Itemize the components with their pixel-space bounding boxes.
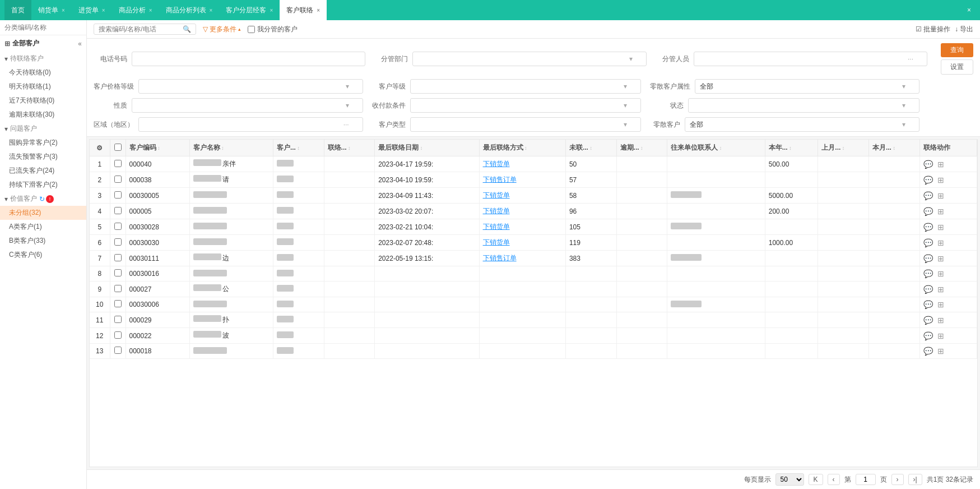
select-all-col[interactable] <box>110 140 126 156</box>
row-checkbox[interactable] <box>114 254 122 261</box>
group-problem-customers[interactable]: ▾ 问题客户 <box>0 122 86 136</box>
row-checkbox[interactable] <box>114 207 122 214</box>
close-customer-segment-icon[interactable]: × <box>270 7 273 13</box>
col-this-month[interactable]: 本月... <box>868 140 919 156</box>
nature-select[interactable] <box>132 98 363 113</box>
comment-icon[interactable]: 💬 <box>923 238 933 247</box>
sidebar-item-tomorrow[interactable]: 明天待联络(1) <box>0 80 86 94</box>
comment-icon[interactable]: 💬 <box>923 300 933 309</box>
manager-select[interactable]: ··· <box>694 52 927 66</box>
col-code[interactable]: 客户编码 <box>126 140 189 156</box>
sidebar-item-class-c[interactable]: C类客户(6) <box>0 248 86 262</box>
row-checkbox[interactable] <box>114 331 122 339</box>
row-checkbox[interactable] <box>114 300 122 307</box>
query-button[interactable]: 查询 <box>941 43 973 57</box>
row-checkbox[interactable] <box>114 176 122 183</box>
grid-action-icon[interactable]: ⊞ <box>937 300 944 309</box>
comment-icon[interactable]: 💬 <box>923 223 933 232</box>
sidebar-item-abnormal[interactable]: 囤购异常客户(2) <box>0 136 86 150</box>
row-checkbox-cell[interactable] <box>110 251 126 266</box>
next-page-btn[interactable]: › <box>891 474 904 485</box>
grid-action-icon[interactable]: ⊞ <box>937 191 944 200</box>
col-last-contact-method[interactable]: 最后联络方式 <box>479 140 565 156</box>
row-checkbox-cell[interactable] <box>110 328 126 344</box>
search-box[interactable]: 🔍 <box>94 24 196 35</box>
grid-action-icon[interactable]: ⊞ <box>937 160 944 169</box>
cust-type-select[interactable] <box>410 117 642 132</box>
cust-level-select[interactable] <box>410 79 642 94</box>
grid-action-icon[interactable]: ⊞ <box>937 331 944 340</box>
col-contact[interactable]: 联络... <box>324 140 375 156</box>
contact-method-link[interactable]: 下销货单 <box>483 191 510 199</box>
grid-action-icon[interactable]: ⊞ <box>937 269 944 278</box>
tab-customer-contact[interactable]: 客户联络 × <box>280 0 327 20</box>
contact-method-link[interactable]: 下销货单 <box>483 223 510 230</box>
payment-select[interactable] <box>410 98 642 113</box>
sidebar-item-class-b[interactable]: B类客户(33) <box>0 234 86 248</box>
grid-action-icon[interactable]: ⊞ <box>937 238 944 247</box>
grid-action-icon[interactable]: ⊞ <box>937 254 944 263</box>
col-not-contact[interactable]: 未联... <box>565 140 616 156</box>
comment-icon[interactable]: 💬 <box>923 191 933 200</box>
tab-sales[interactable]: 销货单 × <box>31 0 72 20</box>
col-last-contact-date[interactable]: 最后联络日期 <box>375 140 479 156</box>
grid-action-icon[interactable]: ⊞ <box>937 207 944 216</box>
refresh-icon[interactable]: ↻ <box>39 195 45 203</box>
row-checkbox-cell[interactable] <box>110 266 126 282</box>
row-checkbox-cell[interactable] <box>110 156 126 172</box>
sidebar-item-today[interactable]: 今天待联络(0) <box>0 66 86 80</box>
row-checkbox[interactable] <box>114 316 122 323</box>
grid-action-icon[interactable]: ⊞ <box>937 223 944 232</box>
tab-purchase[interactable]: 进货单 × <box>72 0 112 20</box>
close-product-analysis-icon[interactable]: × <box>149 7 152 13</box>
comment-icon[interactable]: 💬 <box>923 160 933 169</box>
retail-attr-select[interactable]: 全部 <box>695 79 919 94</box>
row-checkbox-cell[interactable] <box>110 297 126 312</box>
per-page-select[interactable]: 50 100 200 <box>775 473 804 486</box>
row-checkbox[interactable] <box>114 269 122 276</box>
dept-select[interactable] <box>412 52 646 66</box>
row-checkbox-cell[interactable] <box>110 282 126 297</box>
settings-col[interactable]: ⚙ <box>90 140 110 156</box>
col-unit-contact[interactable]: 往来单位联系人 <box>667 140 765 156</box>
sidebar-search-box[interactable]: 🔍 <box>0 20 86 35</box>
search-input[interactable] <box>99 25 183 33</box>
retail-cust-select[interactable]: 全部 <box>685 117 919 132</box>
comment-icon[interactable]: 💬 <box>923 207 933 216</box>
row-checkbox-cell[interactable] <box>110 312 126 328</box>
row-checkbox[interactable] <box>114 160 122 167</box>
comment-icon[interactable]: 💬 <box>923 347 933 356</box>
prev-page-btn[interactable]: ‹ <box>828 474 840 485</box>
close-sales-icon[interactable]: × <box>62 7 65 13</box>
group-value-customers[interactable]: ▾ 价值客户 ↻ ! <box>0 192 86 206</box>
grid-action-icon[interactable]: ⊞ <box>937 347 944 356</box>
my-customers-check[interactable] <box>248 26 255 33</box>
contact-method-link[interactable]: 下销货单 <box>483 207 510 215</box>
all-customers-header[interactable]: ⊞ 全部客户 « <box>0 35 86 52</box>
row-checkbox-cell[interactable] <box>110 204 126 219</box>
comment-icon[interactable]: 💬 <box>923 331 933 340</box>
row-checkbox-cell[interactable] <box>110 188 126 204</box>
close-all-tabs[interactable]: × <box>963 6 976 14</box>
search-icon[interactable]: 🔍 <box>183 25 191 33</box>
row-checkbox-cell[interactable] <box>110 235 126 251</box>
sidebar-item-ungrouped[interactable]: 未分组(32) <box>0 206 86 220</box>
group-pending-contact[interactable]: ▾ 待联络客户 <box>0 52 86 66</box>
sidebar-search-input[interactable] <box>4 24 87 31</box>
sidebar-item-class-a[interactable]: A类客户(1) <box>0 220 86 234</box>
page-input[interactable] <box>856 474 876 485</box>
grid-action-icon[interactable]: ⊞ <box>937 176 944 184</box>
tab-product-analysis-list[interactable]: 商品分析列表 × <box>159 0 220 20</box>
close-product-analysis-list-icon[interactable]: × <box>210 7 213 13</box>
col-this-year[interactable]: 本年... <box>765 140 818 156</box>
comment-icon[interactable]: 💬 <box>923 269 933 278</box>
sidebar-item-churned[interactable]: 已流失客户(24) <box>0 164 86 178</box>
batch-operate-btn[interactable]: ☑ 批量操作 <box>916 25 950 34</box>
more-conditions-btn[interactable]: ▽ 更多条件 ▴ <box>203 25 241 34</box>
phone-input[interactable] <box>132 52 365 66</box>
contact-method-link[interactable]: 下销售订单 <box>483 254 517 262</box>
my-customers-checkbox[interactable]: 我分管的客户 <box>248 25 298 34</box>
sidebar-collapse-icon[interactable]: « <box>78 40 82 48</box>
last-page-btn[interactable]: ›| <box>908 474 922 485</box>
row-checkbox[interactable] <box>114 285 122 292</box>
